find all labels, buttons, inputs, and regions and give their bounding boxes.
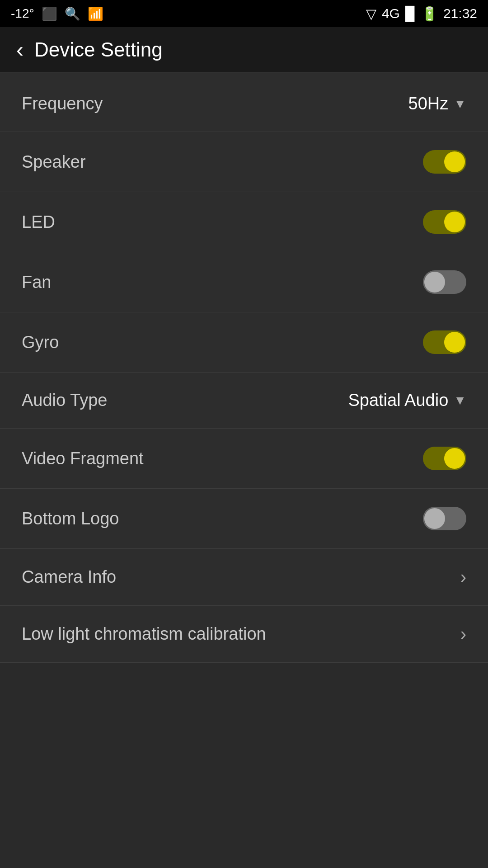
speaker-row: Speaker	[0, 132, 488, 192]
time-display: 21:32	[443, 6, 477, 21]
fan-toggle[interactable]	[423, 270, 466, 294]
gyro-row: Gyro	[0, 312, 488, 373]
wifi-icon: 📶	[88, 6, 103, 21]
frequency-label: Frequency	[22, 94, 103, 113]
audio-type-row: Audio Type Spatial Audio ▼	[0, 373, 488, 429]
page-title: Device Setting	[34, 38, 163, 61]
fan-toggle-knob	[424, 272, 445, 292]
fan-label: Fan	[22, 273, 51, 292]
bottom-logo-label: Bottom Logo	[22, 509, 119, 528]
back-button[interactable]: ‹	[16, 39, 23, 61]
low-light-calibration-label: Low light chromatism calibration	[22, 624, 266, 644]
temperature-indicator: -12°	[11, 6, 34, 21]
frequency-dropdown-arrow-icon: ▼	[454, 97, 466, 111]
speaker-toggle[interactable]	[423, 150, 466, 174]
led-row: LED	[0, 192, 488, 252]
network-type: 4G	[382, 6, 400, 21]
search-icon: 🔍	[65, 6, 80, 21]
bottom-logo-toggle[interactable]	[423, 507, 466, 530]
frequency-value[interactable]: 50Hz ▼	[408, 94, 466, 113]
gyro-label: Gyro	[22, 333, 59, 352]
fan-row: Fan	[0, 252, 488, 312]
audio-type-value[interactable]: Spatial Audio ▼	[348, 391, 466, 410]
status-bar: -12° ⬛ 🔍 📶 ▽ 4G ▉ 🔋 21:32	[0, 0, 488, 27]
low-light-calibration-chevron-right-icon: ›	[460, 624, 466, 644]
status-bar-left: -12° ⬛ 🔍 📶	[11, 6, 103, 21]
battery-icon: 🔋	[421, 6, 438, 22]
camera-info-row[interactable]: Camera Info ›	[0, 549, 488, 606]
camera-info-chevron-right-icon: ›	[460, 567, 466, 587]
speaker-label: Speaker	[22, 152, 86, 172]
frequency-control[interactable]: 50Hz ▼	[408, 94, 466, 113]
video-fragment-toggle-knob	[444, 448, 465, 469]
bottom-logo-toggle-knob	[424, 508, 445, 529]
led-label: LED	[22, 212, 55, 232]
low-light-calibration-row[interactable]: Low light chromatism calibration ›	[0, 606, 488, 663]
video-fragment-row: Video Fragment	[0, 429, 488, 489]
gyro-toggle-knob	[444, 332, 465, 353]
audio-type-value-text: Spatial Audio	[348, 391, 448, 410]
gyro-toggle[interactable]	[423, 330, 466, 354]
frequency-value-text: 50Hz	[408, 94, 449, 113]
video-fragment-toggle[interactable]	[423, 447, 466, 470]
settings-content: Frequency 50Hz ▼ Speaker LED Fan Gyro	[0, 72, 488, 663]
page-header: ‹ Device Setting	[0, 27, 488, 72]
audio-type-dropdown-arrow-icon: ▼	[454, 393, 466, 408]
speaker-toggle-knob	[444, 151, 465, 172]
audio-type-control[interactable]: Spatial Audio ▼	[348, 391, 466, 410]
signal-icon: ▽	[366, 6, 376, 22]
video-fragment-label: Video Fragment	[22, 449, 144, 468]
frequency-row: Frequency 50Hz ▼	[0, 76, 488, 132]
led-toggle-knob	[444, 212, 465, 232]
audio-type-label: Audio Type	[22, 391, 107, 410]
led-toggle[interactable]	[423, 210, 466, 234]
status-bar-right: ▽ 4G ▉ 🔋 21:32	[366, 6, 477, 22]
camera-info-label: Camera Info	[22, 567, 116, 587]
gallery-icon: ⬛	[42, 6, 57, 21]
signal-bars-icon: ▉	[405, 6, 416, 22]
bottom-logo-row: Bottom Logo	[0, 489, 488, 549]
